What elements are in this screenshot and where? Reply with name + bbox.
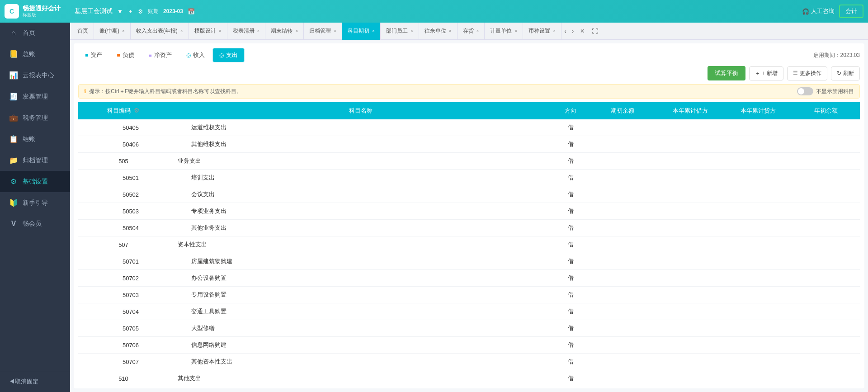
cell-name: 房屋建筑物购建 — [169, 253, 552, 270]
col-code-label: 科目编码 — [107, 107, 131, 114]
tab-label-unit: 计量单位 — [490, 27, 512, 35]
sub-tab-asset[interactable]: ■ 资产 — [78, 48, 109, 62]
help-button[interactable]: 🎧 人工咨询 — [802, 7, 835, 15]
more-icon: ☰ — [793, 70, 798, 76]
sub-tab-income[interactable]: ◎ 收入 — [179, 48, 212, 62]
cell-direction: 借 — [552, 303, 589, 320]
sidebar-item-home[interactable]: ⌂ 首页 — [0, 23, 70, 43]
refresh-button[interactable]: ↻ 刷新 — [831, 66, 860, 80]
table-row[interactable]: 505业务支出借 — [78, 153, 860, 170]
pin-label: ◀取消固定 — [9, 378, 38, 386]
tab-close-unit[interactable]: × — [514, 28, 517, 33]
sidebar-item-guide[interactable]: 🔰 新手引导 — [0, 192, 70, 213]
tab-home[interactable]: 首页 — [72, 23, 94, 40]
tab-close-dept[interactable]: × — [410, 28, 413, 33]
tab-prev-button[interactable]: ‹ — [561, 26, 569, 37]
sidebar-item-invoice[interactable]: 🧾 发票管理 — [0, 86, 70, 107]
dropdown-icon[interactable]: ▼ — [117, 8, 123, 15]
cell-direction: 借 — [552, 287, 589, 303]
tab-dept[interactable]: 部门员工 × — [381, 23, 419, 40]
calc-balance-button[interactable]: 试算平衡 — [708, 66, 745, 80]
tab-close-archive[interactable]: × — [334, 28, 336, 33]
settings-icon[interactable]: ⚙ — [138, 8, 143, 15]
tab-close-counterpart[interactable]: × — [449, 28, 452, 33]
tab-label-mid: 账(中期) — [99, 27, 119, 35]
page-content: ■ 资产 ■ 负债 ≡ 净资产 ◎ 收入 ◎ 支出 — [74, 43, 864, 388]
col-direction: 方向 — [552, 102, 589, 119]
tab-close-income[interactable]: × — [180, 28, 183, 33]
tab-template[interactable]: 模版设计 × — [189, 23, 227, 40]
calendar-icon[interactable]: 📅 — [188, 8, 195, 15]
table-row[interactable]: 50501培训支出借 — [78, 170, 860, 186]
cell-initial — [589, 287, 656, 303]
table-row[interactable]: 50704交通工具购置借 — [78, 303, 860, 320]
tab-close-period[interactable]: × — [295, 28, 298, 33]
tab-close-template[interactable]: × — [219, 28, 222, 33]
table-row[interactable]: 50504其他业务支出借 — [78, 220, 860, 236]
tab-unit[interactable]: 计量单位 × — [485, 23, 523, 40]
tab-mid-period[interactable]: 账(中期) × — [94, 23, 131, 40]
cell-ytd-debit — [656, 153, 724, 170]
tab-currency[interactable]: 币种设置 × — [523, 23, 561, 40]
table-row[interactable]: 50707其他资本性支出借 — [78, 354, 860, 370]
tab-inventory[interactable]: 存货 × — [458, 23, 485, 40]
table-row[interactable]: 50706信息网络购建借 — [78, 337, 860, 354]
cell-name: 运道维权支出 — [169, 119, 552, 136]
pin-button[interactable]: ◀取消固定 — [0, 371, 70, 392]
tab-period-end[interactable]: 期末结转 × — [265, 23, 304, 40]
sidebar-item-member[interactable]: V 畅会员 — [0, 213, 70, 234]
sub-tab-equity[interactable]: ≡ 净资产 — [142, 48, 179, 62]
tab-next-button[interactable]: › — [569, 26, 577, 37]
table-row[interactable]: 50702办公设备购置借 — [78, 270, 860, 287]
table-row[interactable]: 510其他支出借 — [78, 370, 860, 384]
sidebar-item-archive[interactable]: 📁 归档管理 — [0, 150, 70, 171]
col-settings-icon[interactable]: ⚙ — [134, 107, 140, 114]
table-row[interactable]: 507资本性支出借 — [78, 236, 860, 253]
company-name[interactable]: 基层工会测试 — [75, 7, 113, 15]
tab-close-inventory[interactable]: × — [476, 28, 479, 33]
sidebar-item-reports[interactable]: 📊 云报表中心 — [0, 65, 70, 86]
cell-initial — [589, 203, 656, 220]
more-actions-button[interactable]: ☰ 更多操作 — [787, 66, 827, 80]
table-row[interactable]: 50503专项业务支出借 — [78, 203, 860, 220]
table-container: 科目编码 ⚙ 科目名称 方向 期初余额 本年累计借方 本年累计贷方 年初余额 5 — [78, 102, 860, 384]
cell-code: 50405 — [78, 119, 169, 136]
tab-close-subject[interactable]: × — [372, 28, 375, 33]
sidebar-item-ledger[interactable]: 📒 总账 — [0, 43, 70, 65]
disabled-toggle[interactable] — [797, 87, 813, 95]
cell-ytd-credit — [724, 220, 792, 236]
add-button[interactable]: ＋ + 新增 — [749, 66, 783, 80]
cell-year-initial — [792, 270, 860, 287]
sidebar-item-settings[interactable]: ⚙ 基础设置 — [0, 171, 70, 192]
sidebar-item-close[interactable]: 📋 结账 — [0, 128, 70, 150]
tab-close-mid[interactable]: × — [122, 28, 125, 33]
tab-archive[interactable]: 归档管理 × — [304, 23, 342, 40]
more-label: 更多操作 — [800, 70, 821, 77]
cell-code: 50502 — [78, 186, 169, 203]
tab-expand-button[interactable]: ⛶ — [588, 26, 602, 37]
sub-tab-expense[interactable]: ◎ 支出 — [212, 48, 245, 62]
cell-ytd-credit — [724, 370, 792, 384]
table-row[interactable]: 50701房屋建筑物购建借 — [78, 253, 860, 270]
liability-icon: ■ — [117, 52, 120, 58]
tab-subject-initial[interactable]: 科目期初 × — [342, 23, 381, 40]
table-row[interactable]: 50703专用设备购置借 — [78, 287, 860, 303]
table-row[interactable]: 50502会议支出借 — [78, 186, 860, 203]
sub-tab-label-expense: 支出 — [226, 51, 238, 59]
tab-counterpart[interactable]: 往来单位 × — [419, 23, 458, 40]
tab-close-all-button[interactable]: × — [576, 25, 588, 37]
tab-income-report[interactable]: 收入支出表(年报) × — [131, 23, 189, 40]
table-row[interactable]: 50705大型修缮借 — [78, 320, 860, 337]
tab-close-tax[interactable]: × — [257, 28, 260, 33]
sub-tab-liability[interactable]: ■ 负债 — [110, 48, 141, 62]
account-button[interactable]: 会计 — [839, 5, 863, 18]
sidebar-label-guide: 新手引导 — [23, 199, 48, 207]
cell-initial — [589, 170, 656, 186]
cell-ytd-credit — [724, 270, 792, 287]
sidebar-item-tax[interactable]: 💼 税务管理 — [0, 107, 70, 128]
table-row[interactable]: 50406其他维权支出借 — [78, 136, 860, 153]
tab-tax[interactable]: 税表清册 × — [227, 23, 266, 40]
add-icon[interactable]: ＋ — [127, 7, 133, 15]
tab-close-currency[interactable]: × — [553, 28, 556, 33]
table-row[interactable]: 50405运道维权支出借 — [78, 119, 860, 136]
